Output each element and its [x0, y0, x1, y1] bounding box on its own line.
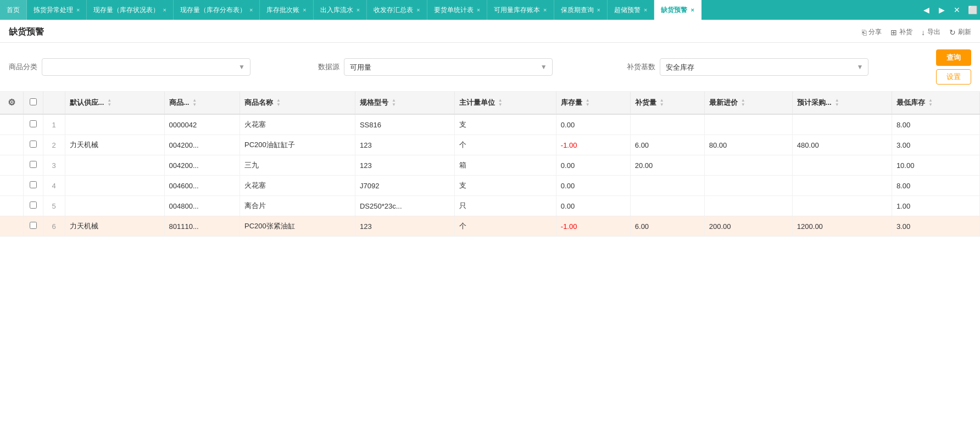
category-select-wrap: ▼ [42, 58, 250, 76]
tab-label-3: 现存量（库存分布表） [180, 5, 246, 15]
col-product-name[interactable]: 商品名称 ▲▼ [240, 92, 355, 114]
tab-11[interactable]: 缺货预警 × [654, 0, 701, 20]
row-checkbox-1[interactable] [30, 141, 37, 148]
cell-stock-0: 0.00 [556, 114, 630, 135]
category-filter-group: 商品分类 ▼ [9, 58, 305, 76]
col-spec[interactable]: 规格型号 ▲▼ [355, 92, 454, 114]
cell-est_purchase-5: 1200.00 [792, 216, 892, 237]
column-settings-icon[interactable]: ⚙ [6, 97, 17, 108]
tab-3[interactable]: 现存量（库存分布表） × [174, 0, 260, 20]
replenish-icon: ⊞ [890, 28, 897, 37]
col-replenish-qty[interactable]: 补货量 ▲▼ [630, 92, 704, 114]
row-checkbox-cell-3[interactable] [23, 176, 43, 196]
row-checkbox-cell-1[interactable] [23, 135, 43, 155]
cell-stock-1: -1.00 [556, 135, 630, 155]
table-row: 6力天机械801110...PC200张紧油缸123个-1.006.00200.… [0, 216, 980, 237]
cell-min_stock-2: 10.00 [892, 155, 979, 176]
cell-spec-0: SS816 [355, 114, 454, 135]
col-product-code[interactable]: 商品... ▲▼ [164, 92, 240, 114]
row-checkbox-cell-4[interactable] [23, 196, 43, 216]
col-latest-price[interactable]: 最新进价 ▲▼ [704, 92, 792, 114]
tab-close-7[interactable]: × [477, 7, 480, 13]
col-min-stock[interactable]: 最低库存 ▲▼ [892, 92, 979, 114]
row-checkbox-4[interactable] [30, 201, 37, 209]
tab-6[interactable]: 收发存汇总表 × [367, 0, 427, 20]
datasource-filter-group: 数据源 可用量 ▼ [318, 58, 614, 76]
tab-5[interactable]: 出入库流水 × [314, 0, 367, 20]
tab-close-4[interactable]: × [303, 7, 306, 13]
col-gear[interactable]: ⚙ [0, 92, 23, 114]
cell-product_code-5: 801110... [164, 216, 240, 237]
cell-est_purchase-3 [792, 176, 892, 196]
col-unit[interactable]: 主计量单位 ▲▼ [454, 92, 556, 114]
tab-prev-btn[interactable]: ◀ [918, 5, 934, 14]
tab-maximize-btn[interactable]: ⬜ [965, 5, 980, 14]
tab-1[interactable]: 拣货异常处理 × [27, 0, 87, 20]
export-button[interactable]: ↓ 导出 [921, 27, 940, 37]
cell-default_supplier-1: 力天机械 [65, 135, 164, 155]
cell-default_supplier-0 [65, 114, 164, 135]
col-est-purchase[interactable]: 预计采购... ▲▼ [792, 92, 892, 114]
cell-est_purchase-2 [792, 155, 892, 176]
refresh-icon: ↻ [949, 28, 956, 37]
refresh-button[interactable]: ↻ 刷新 [949, 27, 971, 37]
cell-min_stock-1: 3.00 [892, 135, 979, 155]
row-checkbox-5[interactable] [30, 222, 37, 229]
tab-label-8: 可用量库存账本 [494, 5, 540, 15]
row-num-0: 1 [43, 114, 65, 135]
row-checkbox-cell-5[interactable] [23, 216, 43, 237]
cell-product_name-4: 离合片 [240, 196, 355, 216]
tab-close-3[interactable]: × [249, 7, 253, 13]
tab-2[interactable]: 现存量（库存状况表） × [87, 0, 173, 20]
replenish-base-label: 补货基数 [627, 62, 655, 72]
row-checkbox-cell-2[interactable] [23, 155, 43, 176]
row-checkbox-cell-0[interactable] [23, 114, 43, 135]
tab-close-6[interactable]: × [416, 7, 420, 13]
row-checkbox-2[interactable] [30, 161, 37, 168]
cell-replenish_qty-3 [630, 176, 704, 196]
tab-8[interactable]: 可用量库存账本 × [487, 0, 554, 20]
row-checkbox-0[interactable] [30, 120, 37, 127]
tab-4[interactable]: 库存批次账 × [260, 0, 313, 20]
cell-product_name-5: PC200张紧油缸 [240, 216, 355, 237]
cell-min_stock-3: 8.00 [892, 176, 979, 196]
row-gear-cell-2 [0, 155, 23, 176]
replenish-button[interactable]: ⊞ 补货 [890, 27, 912, 37]
cell-spec-3: J7092 [355, 176, 454, 196]
col-default-supplier[interactable]: 默认供应... ▲▼ [65, 92, 164, 114]
replenish-base-select[interactable]: 安全库存 [660, 58, 868, 76]
cell-product_code-1: 004200... [164, 135, 240, 155]
share-button[interactable]: ⎗ 分享 [862, 27, 882, 37]
datasource-select[interactable]: 可用量 [344, 58, 553, 76]
tab-close-1[interactable]: × [76, 7, 80, 13]
tab-close-5[interactable]: × [357, 7, 360, 13]
cell-unit-1: 个 [454, 135, 556, 155]
col-select-all[interactable] [23, 92, 43, 114]
tab-7[interactable]: 要货单统计表 × [427, 0, 487, 20]
cell-min_stock-0: 8.00 [892, 114, 979, 135]
tab-next-btn[interactable]: ▶ [934, 5, 949, 14]
cell-spec-4: DS250*23c... [355, 196, 454, 216]
row-checkbox-3[interactable] [30, 181, 37, 188]
tab-close-9[interactable]: × [597, 7, 600, 13]
category-select[interactable] [42, 58, 250, 76]
tab-label-4: 库存批次账 [266, 5, 299, 15]
tab-close-all-btn[interactable]: ✕ [949, 5, 965, 14]
table-row: 2力天机械004200...PC200油缸缸子123个-1.006.0080.0… [0, 135, 980, 155]
tab-close-2[interactable]: × [163, 7, 166, 13]
cell-default_supplier-4 [65, 196, 164, 216]
tab-close-8[interactable]: × [543, 7, 547, 13]
tab-label-10: 超储预警 [614, 5, 641, 15]
cell-product_name-2: 三九 [240, 155, 355, 176]
tab-9[interactable]: 保质期查询 × [554, 0, 608, 20]
query-button[interactable]: 查询 [936, 49, 971, 66]
cell-latest_price-5: 200.00 [704, 216, 792, 237]
cell-latest_price-4 [704, 196, 792, 216]
col-stock[interactable]: 库存量 ▲▼ [556, 92, 630, 114]
tab-close-11[interactable]: × [691, 7, 694, 13]
tab-0[interactable]: 首页 [0, 0, 27, 20]
tab-10[interactable]: 超储预警 × [608, 0, 654, 20]
tab-close-10[interactable]: × [644, 7, 647, 13]
settings-button[interactable]: 设置 [936, 69, 971, 85]
select-all-checkbox[interactable] [30, 98, 37, 105]
